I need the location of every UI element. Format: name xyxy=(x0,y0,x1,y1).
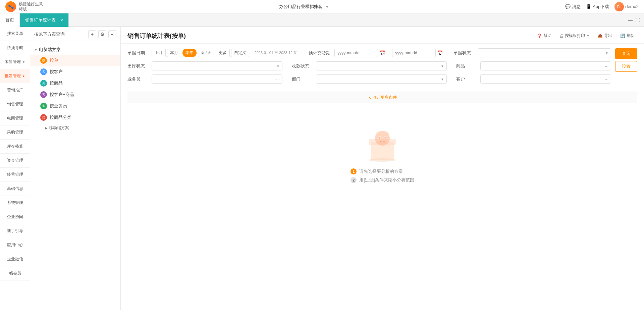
collect-state-label: 收款状态 xyxy=(292,63,312,69)
empty-step-2-label: 用[过滤]条件来缩小分析范围 xyxy=(359,177,414,183)
retail-expand-icon: ▼ xyxy=(22,60,25,64)
help-icon: ❓ xyxy=(537,34,542,38)
state-select[interactable] xyxy=(478,48,611,57)
sidebar-item-wholesale[interactable]: 批发管理 ▲ xyxy=(0,69,30,83)
tab-close-icon[interactable]: × xyxy=(60,17,63,23)
breadcrumb-title: 办公用品行业模拟账套 xyxy=(279,4,323,10)
message-label: 消息 xyxy=(572,4,581,10)
sidebar-item-enterprise[interactable]: 企业协同 xyxy=(0,210,30,224)
collapse-bar[interactable]: ∧ 收起更多条件 xyxy=(127,92,637,103)
date-btn-last-month[interactable]: 上月 xyxy=(152,49,166,57)
help-label: 帮助 xyxy=(543,33,551,39)
state-label: 单据状态 xyxy=(453,50,474,56)
tab-home[interactable]: 首页 xyxy=(0,13,20,27)
tree-sub-mobile[interactable]: ▶ 移动端方案 xyxy=(30,123,120,133)
goods-input[interactable] xyxy=(480,61,611,70)
goods-more-icon[interactable]: ··· xyxy=(605,63,608,68)
expected-date-label: 预计交货期 xyxy=(309,50,330,56)
settings-scheme-button[interactable]: ⚙ xyxy=(98,30,106,38)
tree-child-by-category[interactable]: 类 按商品分类 xyxy=(30,112,120,123)
refresh-label: 刷新 xyxy=(627,33,635,39)
settings-button[interactable]: 设置 xyxy=(615,61,637,72)
sidebar: 搜索菜单 快捷导航 零售管理 ▼ 批发管理 ▲ 营销推广 销售管理 电商管理 采… xyxy=(0,27,30,310)
tree-child-by-salesman[interactable]: 业 按业务员 xyxy=(30,100,120,112)
export-button[interactable]: 📤 导出 xyxy=(595,32,615,40)
date-from-calendar-icon[interactable]: 📅 xyxy=(379,50,385,56)
tab-maximize-button[interactable]: ⛶ xyxy=(635,17,640,23)
sidebar-item-search[interactable]: 搜索菜单 xyxy=(0,27,30,41)
page-title: 销售订单统计表(按单) xyxy=(127,32,186,40)
export-icon: 📤 xyxy=(598,34,603,38)
dept-select[interactable] xyxy=(316,74,447,84)
help-button[interactable]: ❓ 帮助 xyxy=(534,32,554,40)
sidebar-item-shortcuts[interactable]: 快捷导航 xyxy=(0,41,30,55)
sidebar-item-finance[interactable]: 资金管理 xyxy=(0,154,30,168)
template-print-button[interactable]: 🖨 按模板打印 ▼ xyxy=(557,32,592,40)
date-btn-custom[interactable]: 自定义 xyxy=(231,49,249,57)
sidebar-item-sales[interactable]: 销售管理 xyxy=(0,97,30,111)
date-to-input[interactable] xyxy=(392,49,436,57)
date-btn-more[interactable]: 更多 xyxy=(216,49,230,57)
tree-child-by-goods[interactable]: 商 按商品 xyxy=(30,78,120,89)
tree-child-by-customer-goods[interactable]: 客 按客户+商品 xyxy=(30,89,120,100)
sidebar-item-purchase[interactable]: 采购管理 xyxy=(0,125,30,140)
sidebar-item-inventory[interactable]: 库存核算 xyxy=(0,140,30,154)
salesman-input[interactable] xyxy=(152,74,282,84)
left-panel-header: 按以下方案查询 + ⚙ « xyxy=(30,27,120,42)
filter-actions: 查询 设置 xyxy=(611,48,637,72)
tab-sales-summary[interactable]: 销售订单统计表 × xyxy=(20,13,69,27)
tab-home-label: 首页 xyxy=(5,17,14,23)
state-select-wrap: ▼ xyxy=(478,48,611,57)
tree-child-by-order[interactable]: 按 按单 xyxy=(30,55,120,66)
empty-steps: 1 请先选择要分析的方案 2 用[过滤]条件来缩小分析范围 xyxy=(351,168,414,183)
date-btn-7days[interactable]: 近7天 xyxy=(198,49,214,57)
sidebar-item-tutorial[interactable]: 新手引导 xyxy=(0,224,30,238)
tree-parent-pc[interactable]: ▼ 电脑端方案 xyxy=(30,45,120,55)
date-to-calendar-icon[interactable]: 📅 xyxy=(437,50,443,56)
breadcrumb-arrow-icon[interactable]: ▼ xyxy=(325,5,329,9)
sidebar-item-marketing[interactable]: 营销推广 xyxy=(0,83,30,97)
tab-minimize-button[interactable]: — xyxy=(628,17,633,23)
date-btn-this-month[interactable]: 本月 xyxy=(167,49,181,57)
date-btn-group: 上月 本月 本年 近7天 更多 自定义 xyxy=(152,49,249,57)
scheme-by-goods-icon: 商 xyxy=(40,80,47,87)
goods-field-wrap: ··· xyxy=(480,61,611,70)
tree-child-by-goods-label: 按商品 xyxy=(50,80,63,86)
out-state-select[interactable] xyxy=(152,61,282,70)
add-scheme-button[interactable]: + xyxy=(88,30,96,38)
salesman-more-icon[interactable]: ··· xyxy=(276,76,280,82)
sidebar-item-retail[interactable]: 零售管理 ▼ xyxy=(0,55,30,69)
avatar-text: Ea xyxy=(617,5,622,9)
customer-more-icon[interactable]: ··· xyxy=(605,76,608,82)
refresh-button[interactable]: 🔄 刷新 xyxy=(618,32,637,40)
sidebar-item-ecommerce[interactable]: 电商管理 xyxy=(0,111,30,125)
sidebar-item-app-center[interactable]: 应用中心 xyxy=(0,238,30,252)
customer-field-wrap: ··· xyxy=(480,74,611,84)
collect-state-select[interactable] xyxy=(316,61,447,70)
tree-child-by-salesman-label: 按业务员 xyxy=(50,103,67,109)
sidebar-item-operations[interactable]: 经营管理 xyxy=(0,168,30,182)
out-state-label: 出库状态 xyxy=(127,63,148,69)
sidebar-item-basic-info[interactable]: 基础信息 xyxy=(0,182,30,196)
date-btn-this-year[interactable]: 本年 xyxy=(182,49,197,57)
sidebar-item-wechat[interactable]: 企业微信 xyxy=(0,252,30,266)
collapse-label: 收起更多条件 xyxy=(373,95,397,100)
date-from-input[interactable] xyxy=(334,49,378,57)
app-download-button[interactable]: 📱 App下载 xyxy=(586,4,609,10)
query-button[interactable]: 查询 xyxy=(615,48,637,59)
message-button[interactable]: 💬 消息 xyxy=(565,4,581,10)
customer-input[interactable] xyxy=(480,74,611,84)
top-bar: 🐾 畅捷通好生意 标版 办公用品行业模拟账套 ▼ 💬 消息 📱 App下载 Ea… xyxy=(0,0,644,13)
out-state-wrap: ▼ xyxy=(152,61,282,70)
logo-line1: 畅捷通好生意 xyxy=(19,2,43,6)
logo-text: 畅捷通好生意 标版 xyxy=(19,2,43,11)
sidebar-item-system[interactable]: 系统管理 xyxy=(0,196,30,210)
left-panel-title: 按以下方案查询 xyxy=(34,31,65,37)
sidebar-item-member[interactable]: 畅会员 xyxy=(0,266,30,280)
date-filter-row: 单据日期 上月 本月 本年 近7天 更多 自定义 2023-01-01 至 20… xyxy=(127,48,611,57)
user-profile[interactable]: Ea demo2 xyxy=(614,2,639,11)
tree-child-by-customer[interactable]: 客 按客户 xyxy=(30,66,120,78)
print-arrow-icon: ▼ xyxy=(586,34,590,38)
collapse-panel-button[interactable]: « xyxy=(108,30,116,38)
message-icon: 💬 xyxy=(565,4,571,9)
